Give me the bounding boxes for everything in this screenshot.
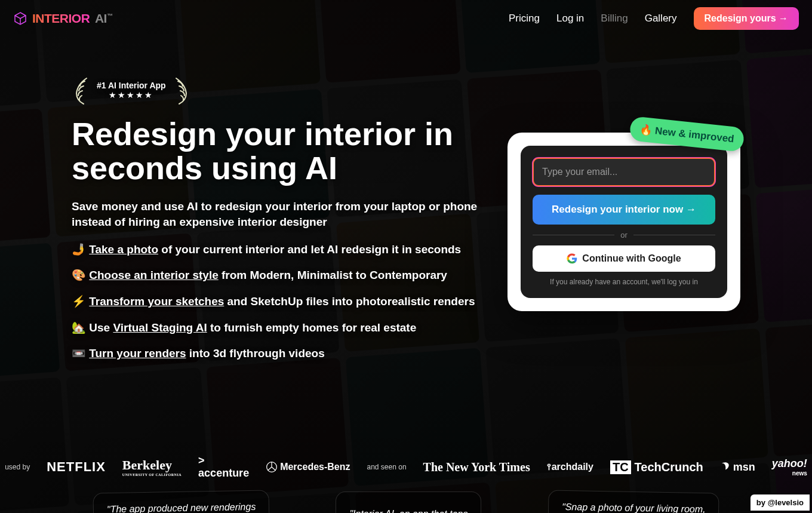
or-divider: or <box>533 231 715 239</box>
feature-item: ⚡ Transform your sketches and SketchUp f… <box>72 294 484 309</box>
feature-link[interactable]: Choose an interior style <box>89 269 218 281</box>
logo-msn: msn <box>720 461 755 474</box>
award-title: #1 AI Interior App <box>97 81 166 90</box>
main: #1 AI Interior App ★★★★★ Redesign your i… <box>0 37 812 372</box>
feature-link[interactable]: Turn your renders <box>89 347 186 360</box>
feature-item: 🎨 Choose an interior style from Modern, … <box>72 268 484 283</box>
logo-berkeley: BerkeleyUNIVERSITY OF CALIFORNIA <box>122 457 182 477</box>
nav-pricing[interactable]: Pricing <box>509 13 540 24</box>
feature-link[interactable]: Transform your sketches <box>89 295 224 308</box>
quote-3: "Snap a photo of your living room, <box>548 490 719 513</box>
feature-link[interactable]: Take a photo <box>89 243 158 256</box>
redesign-now-button[interactable]: Redesign your interior now → <box>533 195 715 225</box>
feature-link[interactable]: Virtual Staging AI <box>113 321 207 334</box>
cube-icon <box>13 11 27 26</box>
logo-mercedes: Mercedes-Benz <box>266 461 350 473</box>
card-note: If you already have an account, we'll lo… <box>533 278 715 286</box>
laurel-left-icon <box>72 75 90 105</box>
feature-item: 🤳 Take a photo of your current interior … <box>72 242 484 257</box>
nav-gallery[interactable]: Gallery <box>645 13 677 24</box>
google-icon <box>567 253 577 264</box>
header: INTERIOR AI™ Pricing Log in Billing Gall… <box>0 0 812 37</box>
quote-1: "The app produced new renderings <box>93 490 270 513</box>
logo-text: INTERIOR AI™ <box>32 11 112 26</box>
logo-accenture: >accenture <box>198 454 249 480</box>
award-badge: #1 AI Interior App ★★★★★ <box>72 73 191 107</box>
feature-item: 🏡 Use Virtual Staging AI to furnish empt… <box>72 320 484 336</box>
logo-nyt: The New York Times <box>423 460 530 474</box>
quotes-row: "The app produced new renderings "Interi… <box>0 492 812 513</box>
redesign-yours-button[interactable]: Redesign yours → <box>694 7 799 30</box>
logo[interactable]: INTERIOR AI™ <box>13 11 112 26</box>
logo-yahoo: yahoo!news <box>772 457 807 477</box>
signup-card: Redesign your interior now → or Continue… <box>508 133 740 311</box>
email-input[interactable] <box>533 158 715 186</box>
logo-techcrunch: TCTechCrunch <box>610 460 703 474</box>
quote-2: "Interior AI, an app that taps <box>336 492 481 513</box>
nav: Pricing Log in Billing Gallery Redesign … <box>509 7 799 30</box>
nav-login[interactable]: Log in <box>556 13 584 24</box>
feature-item: 📼 Turn your renders into 3d flythrough v… <box>72 346 484 361</box>
hero-subtitle: Save money and use AI to redesign your i… <box>72 199 484 229</box>
page-title: Redesign your interior in seconds using … <box>72 117 484 185</box>
signup-card-wrap: 🔥 New & improved Redesign your interior … <box>508 133 740 372</box>
hero-left: #1 AI Interior App ★★★★★ Redesign your i… <box>72 73 484 372</box>
seen-on-label: and seen on <box>367 463 407 471</box>
award-stars: ★★★★★ <box>97 90 166 100</box>
used-by-label: used by <box>5 463 30 471</box>
nav-billing[interactable]: Billing <box>601 13 628 24</box>
mercedes-icon <box>266 461 278 473</box>
continue-google-button[interactable]: Continue with Google <box>533 245 715 272</box>
by-levelsio-badge[interactable]: by @levelsio <box>751 494 810 511</box>
logo-archdaily: ⫯archdaily <box>547 462 593 472</box>
laurel-right-icon <box>173 75 191 105</box>
logo-netflix: NETFLIX <box>47 459 106 475</box>
msn-icon <box>720 462 731 472</box>
logos-bar: used by NETFLIX BerkeleyUNIVERSITY OF CA… <box>0 454 812 480</box>
